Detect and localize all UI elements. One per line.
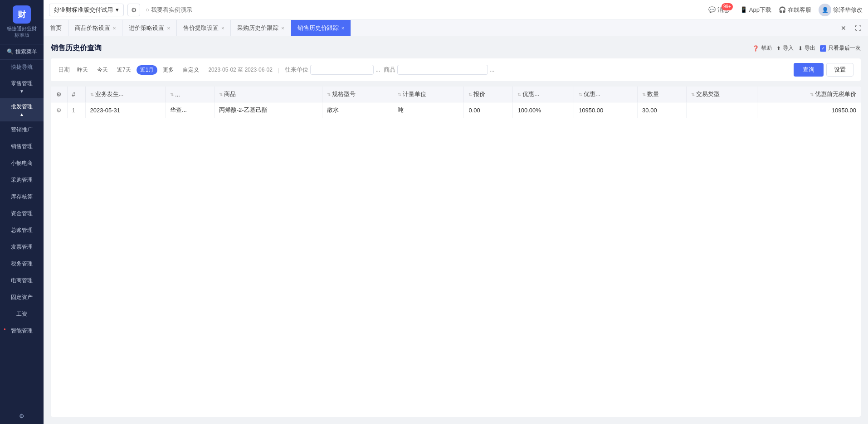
sidebar-item-tax[interactable]: 税务管理 (0, 255, 44, 272)
close-tab-btn[interactable]: ✕ (837, 22, 850, 34)
col-spec[interactable]: ⇅ 规格型号 (322, 87, 393, 102)
main-area: 好业财标准版交付试用 ▾ ⚙ ○ 我要看实例演示 💬 消息 99+ 📱 App下… (44, 0, 868, 424)
sidebar-item-invoice[interactable]: 发票管理 (0, 239, 44, 255)
maximize-tab-btn[interactable]: ⛶ (852, 22, 864, 34)
col-extra[interactable]: ⇅ ... (166, 87, 215, 102)
export-btn[interactable]: ⬇ 导出 (798, 44, 815, 52)
col-discount2[interactable]: ⇅ 优惠... (574, 87, 638, 102)
sidebar-item-retail[interactable]: 零售管理 ▼ (0, 75, 44, 98)
col-goods[interactable]: ⇅ 商品 (214, 87, 322, 102)
col-biz-date[interactable]: ⇅ 业务发生... (85, 87, 166, 102)
goods-more-btn[interactable]: ... (490, 67, 494, 73)
sidebar-logo: 财 畅捷通好业财 标准版 (0, 0, 44, 44)
logo-icon: 财 (13, 5, 31, 24)
chevron-down-icon: ▼ (20, 89, 24, 94)
query-btn[interactable]: 查询 (794, 63, 824, 77)
cell-discount1: 100.00% (513, 102, 574, 118)
headset-icon: 🎧 (779, 6, 786, 13)
tab-price[interactable]: 商品价格设置 × (68, 20, 122, 36)
col-num: # (67, 87, 85, 102)
sidebar-quicknav[interactable]: 快捷导航 (0, 60, 44, 75)
play-icon: ○ (146, 6, 149, 13)
page-actions: ❓ 帮助 ⬆ 导入 ⬇ 导出 ✓ 只看最后一次 (752, 44, 861, 52)
help-icon: ❓ (752, 45, 759, 52)
sort-icon: ⇅ (468, 92, 472, 97)
tab-sales-hist[interactable]: 销售历史价跟踪 × (291, 20, 351, 36)
sidebar-item-purchase[interactable]: 采购管理 (0, 172, 44, 188)
date-btn-last7[interactable]: 近7天 (113, 65, 135, 75)
tab-strategy[interactable]: 进价策略设置 × (122, 20, 176, 36)
date-btn-more[interactable]: 更多 (159, 65, 177, 75)
table-container: ⚙ # ⇅ 业务发生... ⇅ ... (51, 87, 861, 417)
cell-discount2: 10950.00 (574, 102, 638, 118)
online-service-btn[interactable]: 🎧 在线客服 (779, 6, 811, 14)
sidebar-settings-btn[interactable]: ⚙ (0, 408, 44, 424)
sort-icon: ⇅ (327, 92, 331, 97)
sidebar-item-payroll[interactable]: 工资 (0, 306, 44, 323)
module-selector[interactable]: 好业财标准版交付试用 ▾ (49, 4, 124, 16)
sort-icon: ⇅ (642, 92, 646, 97)
col-gear: ⚙ (51, 87, 67, 102)
message-btn[interactable]: 💬 消息 99+ (708, 6, 729, 14)
tab-close-price[interactable]: × (113, 25, 116, 31)
help-btn[interactable]: ❓ 帮助 (752, 44, 772, 52)
date-range-display: 2023-05-02 至 2023-06-02 (208, 66, 272, 74)
sidebar-item-marketing[interactable]: 营销推广 (0, 121, 44, 138)
chevron-up-icon: ▲ (20, 112, 24, 117)
only-last-checkbox[interactable]: ✓ 只看最后一次 (820, 44, 861, 52)
sidebar-item-xiaochang[interactable]: 小畅电商 (0, 155, 44, 172)
sidebar-item-ecommerce[interactable]: 电商管理 (0, 272, 44, 289)
date-btn-last1m[interactable]: 近1月 (137, 65, 158, 75)
cell-qty: 30.00 (638, 102, 687, 118)
tab-home[interactable]: 首页 (44, 20, 68, 36)
phone-icon: 📱 (740, 6, 747, 13)
sidebar-search[interactable]: 🔍 搜索菜单 (0, 44, 44, 60)
col-pretax[interactable]: ⇅ 优惠前无税单价 (757, 87, 861, 102)
tab-close-sale-price[interactable]: × (221, 25, 224, 31)
user-profile-btn[interactable]: 👤 徐泽华修改 (819, 4, 863, 16)
settings-btn[interactable]: 设置 (826, 63, 853, 77)
col-unit[interactable]: ⇅ 计量单位 (393, 87, 464, 102)
logo-text: 畅捷通好业财 标准版 (7, 25, 37, 39)
sidebar-item-finance[interactable]: 资金管理 (0, 205, 44, 222)
topbar-settings-icon[interactable]: ⚙ (127, 4, 140, 16)
source-unit-label: 往来单位 (285, 66, 308, 74)
app-download-btn[interactable]: 📱 App下载 (740, 6, 771, 14)
tab-sale-price[interactable]: 售价提取设置 × (177, 20, 231, 36)
content-area: 销售历史价查询 ❓ 帮助 ⬆ 导入 ⬇ 导出 ✓ 只看最后一次 (44, 36, 868, 424)
tab-purchase-hist[interactable]: 采购历史价跟踪 × (231, 20, 291, 36)
sidebar: 财 畅捷通好业财 标准版 🔍 搜索菜单 快捷导航 零售管理 ▼ 批发管理 ▲ 营… (0, 0, 44, 424)
tab-close-purchase-hist[interactable]: × (281, 25, 284, 31)
avatar: 👤 (819, 4, 831, 16)
filter-actions: 查询 设置 (794, 63, 853, 77)
source-unit-more-btn[interactable]: ... (375, 67, 380, 73)
goods-field: 商品 ... (384, 65, 494, 75)
filter-row: 日期 昨天 今天 近7天 近1月 更多 自定义 2023-05-02 至 202… (58, 63, 853, 77)
goods-input[interactable] (397, 65, 488, 75)
sidebar-item-general[interactable]: 总账管理 (0, 222, 44, 239)
col-tx-type[interactable]: ⇅ 交易类型 (687, 87, 757, 102)
sidebar-item-wholesale[interactable]: 批发管理 ▲ (0, 98, 44, 121)
sidebar-item-smart[interactable]: 智能管理 (0, 323, 44, 339)
tab-close-strategy[interactable]: × (167, 25, 170, 31)
import-icon: ⬆ (776, 45, 781, 52)
sort-icon: ⇅ (517, 92, 521, 97)
sidebar-item-asset[interactable]: 固定资产 (0, 289, 44, 306)
source-unit-input[interactable] (310, 65, 374, 75)
page-title: 销售历史价查询 (51, 43, 102, 53)
gear-icon[interactable]: ⚙ (56, 91, 62, 98)
col-discount1[interactable]: ⇅ 优惠... (513, 87, 574, 102)
sidebar-item-sales[interactable]: 销售管理 (0, 138, 44, 155)
date-btn-yesterday[interactable]: 昨天 (73, 65, 92, 75)
tabs-right-actions: ✕ ⛶ (837, 22, 868, 34)
date-btn-today[interactable]: 今天 (93, 65, 112, 75)
tab-close-sales-hist[interactable]: × (341, 25, 344, 31)
sidebar-item-inventory[interactable]: 库存核算 (0, 188, 44, 205)
search-icon: 🔍 (7, 48, 14, 55)
col-price[interactable]: ⇅ 报价 (464, 87, 513, 102)
import-btn[interactable]: ⬆ 导入 (776, 44, 794, 52)
filter-area: 日期 昨天 今天 近7天 近1月 更多 自定义 2023-05-02 至 202… (51, 58, 861, 81)
col-qty[interactable]: ⇅ 数量 (638, 87, 687, 102)
date-btn-custom[interactable]: 自定义 (179, 65, 203, 75)
demo-link[interactable]: ○ 我要看实例演示 (146, 6, 192, 14)
